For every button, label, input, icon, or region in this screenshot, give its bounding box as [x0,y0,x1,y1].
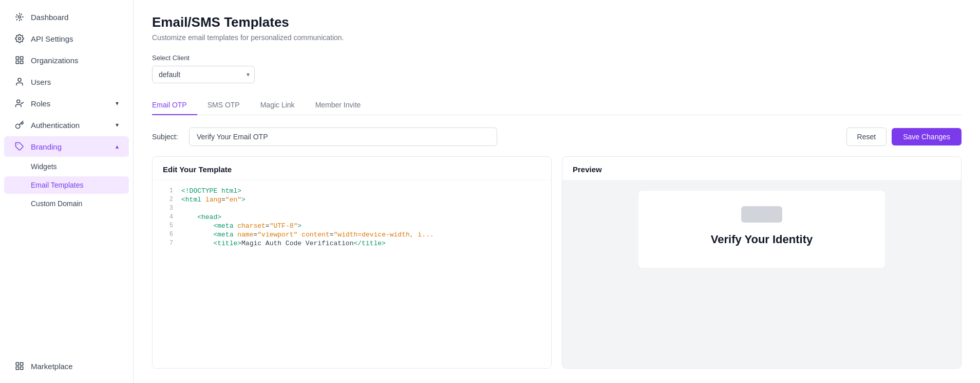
svg-rect-2 [16,57,18,59]
code-line-1: 1 <!DOCTYPE html> [153,187,551,195]
action-buttons: Reset Save Changes [846,127,962,146]
svg-point-1 [18,38,21,40]
preview-content: Verify Your Identity [562,180,961,368]
sidebar-item-api-settings[interactable]: API Settings [4,28,129,49]
preview-logo [741,206,782,223]
code-line-5: 5 <meta charset="UTF-8"> [153,222,551,230]
code-line-7: 7 <title>Magic Auth Code Verification</t… [153,239,551,248]
template-tabs: Email OTP SMS OTP Magic Link Member Invi… [152,96,962,115]
settings-icon [14,33,25,44]
svg-rect-5 [21,61,23,64]
code-line-6: 6 <meta name="viewport" content="width=d… [153,230,551,239]
sidebar-item-marketplace-label: Marketplace [31,362,73,371]
select-client-wrapper: default ▾ [152,66,255,83]
key-icon [14,120,25,130]
chevron-down-icon: ▾ [116,100,119,107]
code-line-4: 4 <head> [153,213,551,222]
sidebar-item-authentication[interactable]: Authentication ▾ [4,115,129,135]
sidebar-item-roles-label: Roles [31,99,50,108]
sidebar-sub-item-email-templates[interactable]: Email Templates [4,176,129,194]
subject-input[interactable] [189,127,497,146]
editor-title: Edit Your Template [153,157,551,180]
tag-icon [14,141,25,152]
tab-member-invite[interactable]: Member Invite [313,96,371,115]
sidebar-item-users[interactable]: Users [4,71,129,92]
preview-heading: Verify Your Identity [651,233,873,246]
svg-rect-11 [16,367,18,370]
reset-button[interactable]: Reset [846,127,887,146]
user-check-icon [14,98,25,108]
code-line-3: 3 [153,204,551,213]
chevron-up-icon: ▴ [116,143,119,150]
sidebar-sub-item-widgets[interactable]: Widgets [4,158,129,175]
sidebar-item-organizations-label: Organizations [31,56,79,65]
subject-row: Subject: Reset Save Changes [152,127,962,146]
svg-rect-12 [21,367,23,370]
sidebar-item-authentication-label: Authentication [31,121,80,130]
preview-inner: Verify Your Identity [638,191,885,268]
svg-point-0 [18,16,21,19]
sidebar-sub-item-widgets-label: Widgets [31,162,57,171]
editor-preview-container: Edit Your Template 1 <!DOCTYPE html> 2 <… [152,156,962,369]
sidebar: Dashboard API Settings Organizations Use… [0,0,134,383]
sidebar-sub-item-custom-domain[interactable]: Custom Domain [4,195,129,212]
layers-icon [14,55,25,65]
sidebar-item-users-label: Users [31,78,51,86]
svg-point-6 [18,78,21,81]
sidebar-item-dashboard-label: Dashboard [31,13,68,22]
page-title: Email/SMS Templates [152,14,962,30]
tab-magic-link[interactable]: Magic Link [258,96,305,115]
sidebar-item-roles[interactable]: Roles ▾ [4,93,129,114]
preview-title: Preview [562,157,961,180]
sidebar-item-branding-label: Branding [31,142,62,151]
svg-rect-10 [21,362,23,365]
grid-icon [14,12,25,22]
grid2-icon [14,361,25,371]
svg-rect-4 [16,61,18,64]
save-button[interactable]: Save Changes [892,128,962,145]
user-icon [14,77,25,87]
sidebar-sub-item-email-templates-label: Email Templates [31,181,83,189]
sidebar-item-api-settings-label: API Settings [31,34,73,43]
select-client[interactable]: default [152,66,255,83]
code-line-2: 2 <html lang="en"> [153,195,551,204]
sidebar-item-branding[interactable]: Branding ▴ [4,136,129,157]
editor-panel: Edit Your Template 1 <!DOCTYPE html> 2 <… [152,156,552,369]
main-content: Email/SMS Templates Customize email temp… [134,0,980,383]
code-editor[interactable]: 1 <!DOCTYPE html> 2 <html lang="en"> 3 4… [153,180,551,368]
tab-sms-otp[interactable]: SMS OTP [205,96,250,115]
select-client-label: Select Client [152,54,962,62]
sidebar-item-marketplace[interactable]: Marketplace [4,356,129,376]
page-subtitle: Customize email templates for personaliz… [152,33,962,42]
preview-panel: Preview Verify Your Identity [562,156,962,369]
chevron-down-icon: ▾ [116,121,119,129]
svg-rect-9 [16,362,18,365]
svg-point-7 [17,100,20,103]
sidebar-item-dashboard[interactable]: Dashboard [4,7,129,27]
svg-rect-3 [21,57,23,59]
sidebar-item-organizations[interactable]: Organizations [4,50,129,70]
sidebar-sub-item-custom-domain-label: Custom Domain [31,199,82,208]
tab-email-otp[interactable]: Email OTP [152,96,197,115]
subject-label: Subject: [152,133,183,141]
